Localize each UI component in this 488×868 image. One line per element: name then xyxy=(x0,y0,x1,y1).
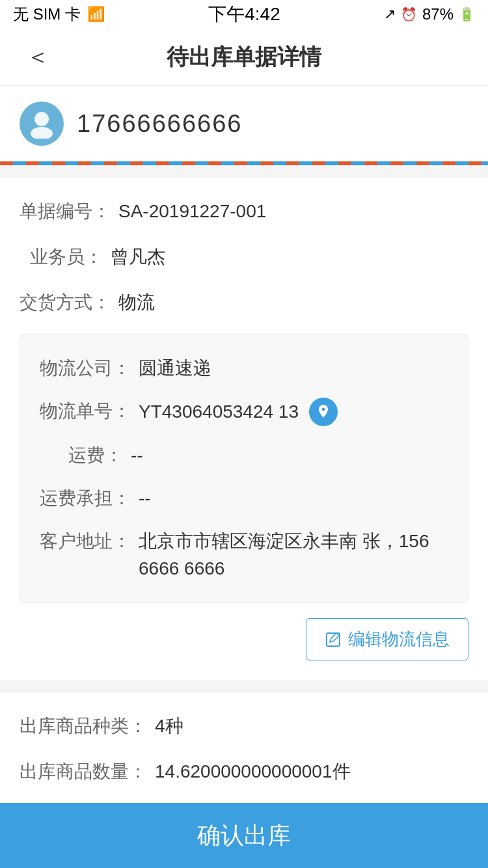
freight-bear-row: 运费承担： -- xyxy=(40,485,448,512)
product-types-label: 出库商品种类： xyxy=(20,712,155,740)
battery-icon: 🔋 xyxy=(459,7,475,22)
battery-label: 87% xyxy=(422,5,454,23)
status-right: ↗ ⏰ 87% 🔋 xyxy=(384,5,475,23)
edit-logistics-label: 编辑物流信息 xyxy=(348,628,450,651)
confirm-bar[interactable]: 确认出库 xyxy=(0,803,488,868)
freight-label: 运费： xyxy=(40,442,131,469)
delivery-value: 物流 xyxy=(118,289,468,316)
customer-header: 17666666666 xyxy=(0,86,488,161)
order-number-label: 单据编号： xyxy=(20,198,118,225)
address-row: 客户地址： 北京市市辖区海淀区永丰南 张，156 6666 6666 xyxy=(40,528,448,582)
location-pin-icon xyxy=(315,403,332,420)
svg-point-0 xyxy=(34,112,49,126)
order-number-value: SA-20191227-001 xyxy=(118,198,468,225)
address-value: 北京市市辖区海淀区永丰南 张，156 6666 6666 xyxy=(139,528,448,582)
logistics-section: 物流公司： 圆通速递 物流单号： YT43064053424 13 运费： -- xyxy=(20,334,468,603)
order-info-section: 单据编号： SA-20191227-001 业务员： 曾凡杰 交货方式： 物流 … xyxy=(0,178,488,680)
freight-bear-label: 运费承担： xyxy=(40,485,139,512)
salesman-value: 曾凡杰 xyxy=(111,243,468,271)
svg-point-1 xyxy=(31,127,53,139)
delivery-label: 交货方式： xyxy=(20,289,118,316)
status-bar: 无 SIM 卡 📶 下午4:42 ↗ ⏰ 87% 🔋 xyxy=(0,0,488,29)
logistics-company-row: 物流公司： 圆通速递 xyxy=(40,355,448,382)
status-left: 无 SIM 卡 📶 xyxy=(13,4,105,25)
salesman-row: 业务员： 曾凡杰 xyxy=(20,243,468,271)
delivery-row: 交货方式： 物流 xyxy=(20,289,468,316)
avatar xyxy=(20,102,64,146)
logistics-company-value: 圆通速递 xyxy=(139,355,448,382)
order-number-row: 单据编号： SA-20191227-001 xyxy=(20,198,468,225)
customer-phone: 17666666666 xyxy=(77,110,242,138)
location-status-icon: ↗ xyxy=(384,6,396,23)
logistics-company-label: 物流公司： xyxy=(40,355,139,382)
edit-logistics-button[interactable]: 编辑物流信息 xyxy=(306,618,468,660)
product-quantity-value: 14.620000000000001件 xyxy=(155,758,468,785)
track-location-button[interactable] xyxy=(309,398,338,426)
freight-value: -- xyxy=(131,442,448,469)
tracking-value-row: YT43064053424 13 xyxy=(139,398,338,426)
tracking-label: 物流单号： xyxy=(40,398,139,425)
page-title: 待出库单据详情 xyxy=(167,42,321,72)
tracking-row: 物流单号： YT43064053424 13 xyxy=(40,398,448,426)
address-label: 客户地址： xyxy=(40,528,139,555)
product-quantity-row: 出库商品数量： 14.620000000000001件 xyxy=(20,758,468,785)
nav-bar: ＜ 待出库单据详情 xyxy=(0,29,488,86)
product-quantity-label: 出库商品数量： xyxy=(20,758,155,785)
freight-row: 运费： -- xyxy=(40,442,448,469)
freight-bear-value: -- xyxy=(139,485,448,512)
edit-btn-container: 编辑物流信息 xyxy=(20,618,468,660)
alarm-icon: ⏰ xyxy=(401,7,417,22)
status-time: 下午4:42 xyxy=(208,2,280,27)
carrier-label: 无 SIM 卡 xyxy=(13,4,81,25)
confirm-label: 确认出库 xyxy=(197,820,291,852)
user-icon xyxy=(27,109,57,139)
dashed-divider xyxy=(0,161,488,165)
salesman-label: 业务员： xyxy=(20,243,111,271)
edit-icon xyxy=(325,631,342,648)
product-types-value: 4种 xyxy=(155,712,468,740)
wifi-icon: 📶 xyxy=(87,6,105,23)
back-button[interactable]: ＜ xyxy=(20,34,56,79)
tracking-value: YT43064053424 13 xyxy=(139,398,299,426)
product-types-row: 出库商品种类： 4种 xyxy=(20,712,468,740)
